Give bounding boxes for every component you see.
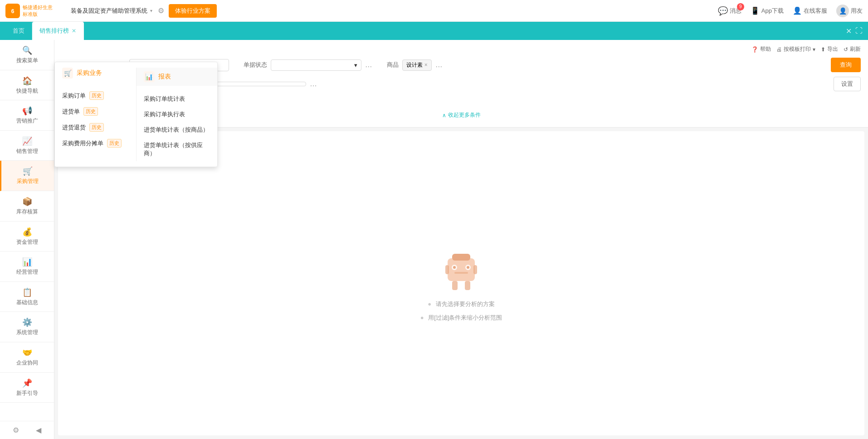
svg-rect-3	[452, 254, 470, 261]
sidebar-item-purchase[interactable]: 🛒 采购管理	[0, 161, 54, 191]
product-label: 商品	[387, 61, 399, 69]
refresh-icon: ↺	[844, 46, 848, 53]
empty-state: ● 请先选择要分析的方案 ● 用[过滤]条件来缩小分析范围	[58, 131, 864, 435]
svg-point-6	[453, 266, 456, 269]
svg-rect-11	[452, 281, 458, 290]
tab-bar: 首页 销售排行榜 ✕ ✕ ⛶	[0, 22, 868, 40]
sidebar-item-sales[interactable]: 📈 销售管理	[0, 131, 54, 161]
sidebar-item-guide[interactable]: 📌 新手引导	[0, 373, 54, 403]
finance-icon: 💰	[22, 227, 32, 237]
svg-rect-9	[445, 265, 449, 274]
settings-button[interactable]: 设置	[834, 77, 861, 91]
tab-sales-ranking[interactable]: 销售排行榜 ✕	[32, 22, 84, 40]
history-badge: 历史	[89, 91, 104, 100]
tab-sales-ranking-label: 销售排行榜	[39, 27, 69, 35]
svg-text:6: 6	[11, 8, 15, 15]
purchase-icon: 🛒	[23, 166, 33, 176]
history-badge-2: 历史	[83, 107, 98, 116]
purchase-col-title: 采购业务	[77, 69, 102, 77]
industry-button[interactable]: 体验行业方案	[169, 4, 217, 18]
help-btn[interactable]: ❓ 帮助	[751, 45, 771, 53]
sidebar-label-guide: 新手引导	[16, 390, 38, 397]
return-label: 进货退货	[62, 123, 86, 132]
tab-close-icon[interactable]: ✕	[72, 28, 76, 34]
doc-status-expand-icon: ▾	[354, 62, 357, 69]
doc-status-select[interactable]: ▾	[271, 59, 361, 71]
history-badge-4: 历史	[107, 139, 122, 148]
menu-item-inbound-stats-supplier[interactable]: 进货单统计表（按供应商）	[144, 138, 210, 161]
sidebar-settings-btn[interactable]: ⚙	[13, 426, 19, 434]
print-btn[interactable]: 🖨 按模板打印 ▾	[776, 45, 815, 53]
home-icon: 🏠	[22, 76, 32, 86]
tab-home[interactable]: 首页	[5, 22, 32, 40]
expand-icon[interactable]: ⛶	[855, 27, 863, 35]
export-icon: ⬆	[821, 46, 825, 53]
menu-item-return[interactable]: 进货退货 历史	[62, 119, 129, 135]
online-service-label: 在线客服	[804, 7, 827, 15]
sidebar-item-quick-nav[interactable]: 🏠 快捷导航	[0, 70, 54, 101]
sidebar-label-operations: 经营管理	[16, 269, 38, 276]
empty-hint-2: ● 用[过滤]条件来缩小分析范围	[420, 314, 502, 322]
service-icon: 👤	[793, 6, 802, 15]
sidebar-item-basic-info[interactable]: 📋 基础信息	[0, 282, 54, 312]
user-label: 用友	[851, 7, 863, 15]
product-tag: 设计素 ×	[402, 59, 432, 71]
sidebar-label-quick-nav: 快捷导航	[16, 88, 38, 95]
doc-status-more-icon[interactable]: …	[365, 61, 372, 69]
sidebar-item-enterprise[interactable]: 🤝 企业协同	[0, 342, 54, 373]
sidebar-bottom: ⚙ ◀	[0, 421, 54, 439]
refresh-btn[interactable]: ↺ 刷新	[844, 45, 861, 53]
sidebar-label-sales: 销售管理	[16, 148, 38, 155]
avatar: 👤	[836, 5, 849, 17]
sidebar-label-purchase: 采购管理	[17, 178, 39, 185]
user-action[interactable]: 👤 用友	[836, 5, 863, 17]
sidebar-item-inventory[interactable]: 📦 库存核算	[0, 191, 54, 222]
salesperson-select[interactable]	[215, 82, 306, 86]
order-exec-label: 采购订单执行表	[144, 110, 185, 118]
inbound-label: 进货单	[62, 108, 80, 116]
system-selector[interactable]: 装备及固定资产辅助管理系统 ▾	[67, 5, 156, 17]
menu-item-purchase-order[interactable]: 采购订单 历史	[62, 88, 129, 104]
export-btn[interactable]: ⬆ 导出	[821, 45, 838, 53]
app-download-action[interactable]: 📱 App下载	[751, 6, 784, 15]
phone-icon: 📱	[751, 6, 760, 15]
gear-icon[interactable]: ⚙	[158, 6, 164, 15]
sidebar-item-marketing[interactable]: 📢 营销推广	[0, 100, 54, 131]
refresh-label: 刷新	[850, 45, 861, 53]
report-col-icon: 📊	[144, 71, 155, 82]
purchase-dropdown-menu: 🛒 采购业务 采购订单 历史 进货单 历史 进货退货 历史 采购费用分摊单	[54, 62, 218, 167]
sidebar-item-operations[interactable]: 📊 经营管理	[0, 252, 54, 282]
search-button[interactable]: 查询	[831, 58, 861, 72]
main-layout: 🔍 搜索菜单 🏠 快捷导航 📢 营销推广 📈 销售管理 🛒 采购管理 📦 库存核…	[0, 40, 868, 439]
online-service-action[interactable]: 👤 在线客服	[793, 6, 827, 15]
sidebar-collapse-btn[interactable]: ◀	[36, 426, 41, 434]
menu-item-expense[interactable]: 采购费用分摊单 历史	[62, 135, 129, 151]
collapse-chevron-icon: ∧	[442, 112, 446, 118]
print-chevron: ▾	[813, 46, 815, 53]
sidebar-label-basic-info: 基础信息	[16, 299, 38, 306]
salesperson-more-icon[interactable]: …	[310, 80, 317, 88]
order-stats-label: 采购订单统计表	[144, 95, 185, 103]
close-all-tabs-icon[interactable]: ✕	[846, 27, 852, 35]
svg-rect-10	[473, 265, 477, 274]
menu-item-order-exec[interactable]: 采购订单执行表	[144, 107, 210, 122]
menu-item-inbound[interactable]: 进货单 历史	[62, 104, 129, 119]
sidebar-item-system[interactable]: ⚙️ 系统管理	[0, 312, 54, 342]
message-icon: 💬	[718, 6, 728, 16]
help-label: 帮助	[760, 45, 771, 53]
tab-bar-actions: ✕ ⛶	[846, 27, 863, 35]
menu-item-inbound-stats-product[interactable]: 进货单统计表（按商品）	[144, 122, 210, 138]
system-name: 装备及固定资产辅助管理系统	[71, 7, 147, 15]
product-more-icon[interactable]: …	[435, 61, 443, 69]
system-icon: ⚙️	[22, 317, 32, 327]
menu-item-order-stats[interactable]: 采购订单统计表	[144, 91, 210, 107]
message-action[interactable]: 💬 9 消息	[718, 6, 741, 16]
sidebar-label-search: 搜索菜单	[16, 57, 38, 64]
sidebar-item-search[interactable]: 🔍 搜索菜单	[0, 40, 54, 70]
sidebar-item-finance[interactable]: 💰 资金管理	[0, 222, 54, 252]
app-logo: 6	[5, 4, 20, 18]
product-tag-remove[interactable]: ×	[424, 62, 428, 68]
header-right: 💬 9 消息 📱 App下载 👤 在线客服 👤 用友	[718, 5, 863, 17]
inventory-icon: 📦	[22, 197, 32, 207]
purchase-business-col: 🛒 采购业务 采购订单 历史 进货单 历史 进货退货 历史 采购费用分摊单	[55, 68, 136, 161]
